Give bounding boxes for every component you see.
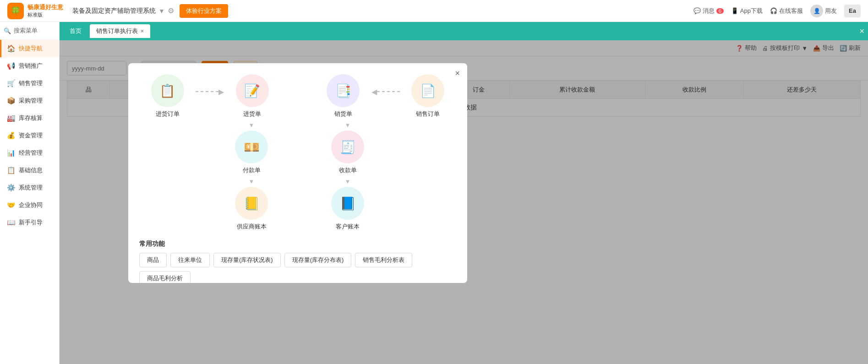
- content-wrapper: ❓ 帮助 🖨 按模板打印 ▼ 📤 导出 🔄 刷新: [60, 40, 868, 364]
- basic-icon: 📋: [7, 166, 15, 174]
- flow-chart: 📋 进货订单 ▶: [139, 74, 456, 234]
- marketing-icon: 📢: [7, 62, 15, 70]
- flow-circle-payment-bill: 💴: [235, 130, 268, 163]
- common-btn-sales-profit[interactable]: 销售毛利分析表: [355, 253, 412, 267]
- logo-subtitle: 标准版: [27, 11, 63, 18]
- sidebar-item-basic[interactable]: 📋 基础信息: [0, 162, 59, 179]
- logo-icon: 🍀: [7, 3, 24, 19]
- app-download-label: App下载: [740, 7, 763, 15]
- flow-node-customer-ledger[interactable]: 📘 客户账本: [318, 187, 377, 231]
- flow-label-purchase-bill: 进货单: [243, 110, 261, 118]
- tab-home[interactable]: 首页: [63, 24, 88, 38]
- supplier-ledger-icon: 📒: [244, 196, 260, 211]
- modal-close-button[interactable]: ×: [455, 69, 460, 78]
- sidebar-item-label-inventory: 库存核算: [19, 114, 43, 122]
- arrow-left-1: ◀: [371, 87, 400, 96]
- sidebar-item-sales[interactable]: 🛒 销售管理: [0, 75, 59, 92]
- arrow-right-1: ▶: [196, 87, 224, 96]
- sidebar-item-label-basic: 基础信息: [19, 166, 43, 174]
- flow-label-receipt-bill: 收款单: [339, 166, 357, 174]
- message-badge: 6: [716, 8, 724, 14]
- flow-circle-purchase-order: 📋: [151, 74, 184, 107]
- system-title-area: 装备及固定资产辅助管理系统 ▼ ⚙: [72, 6, 174, 15]
- message-item[interactable]: 💬 消息 6: [693, 7, 724, 15]
- customer-ledger-icon: 📘: [340, 196, 356, 211]
- content-area: 首页 销售订单执行表 × × ❓ 帮助: [60, 22, 868, 364]
- sidebar-item-label-sales: 销售管理: [19, 79, 43, 87]
- flow-node-receipt-bill[interactable]: 🧾 收款单: [318, 130, 377, 174]
- topbar-right: 💬 消息 6 📱 App下载 🎧 在线客服 👤 用友 Ea: [693, 5, 861, 17]
- user-name: 用友: [825, 7, 837, 15]
- newbie-icon: 📖: [7, 218, 15, 227]
- avatar-icon: 👤: [813, 8, 820, 14]
- common-btn-goods-profit[interactable]: 商品毛利分析: [139, 271, 191, 283]
- headset-icon: 🎧: [770, 7, 777, 14]
- receipt-bill-icon: 🧾: [340, 140, 356, 155]
- sales-order-icon: 📄: [420, 83, 436, 98]
- common-buttons-row1: 商品 往来单位 现存量(库存状况表) 现存量(库存分布表) 销售毛利分析表 商品…: [139, 253, 456, 283]
- sidebar-search-label: 搜索菜单: [14, 27, 38, 35]
- logo-title: 畅康通好生意: [27, 4, 63, 11]
- sidebar-item-finance[interactable]: 💰 资金管理: [0, 127, 59, 144]
- flow-node-sales-order[interactable]: 📄 销售订单: [400, 74, 456, 118]
- sidebar-item-system[interactable]: ⚙️ 系统管理: [0, 179, 59, 196]
- sidebar-item-quick-nav[interactable]: 🏠 快捷导航: [0, 40, 59, 57]
- sidebar-item-label-finance: 资金管理: [19, 131, 43, 140]
- online-service-item[interactable]: 🎧 在线客服: [770, 7, 803, 15]
- flow-label-payment-bill: 付款单: [243, 166, 261, 174]
- enterprise-icon: 🤝: [7, 201, 15, 209]
- sales-bill-icon: 📑: [335, 83, 351, 98]
- logo-area: 🍀 畅康通好生意 标准版: [7, 3, 67, 19]
- flow-arrows-down-row2: ▼ ▼: [139, 178, 456, 185]
- sidebar-item-newbie[interactable]: 📖 新手引导: [0, 214, 59, 231]
- flow-node-supplier-ledger[interactable]: 📒 供应商账本: [222, 187, 281, 231]
- flow-label-supplier-ledger: 供应商账本: [237, 223, 267, 231]
- sidebar-item-marketing[interactable]: 📢 营销推广: [0, 57, 59, 75]
- sidebar-item-label-marketing: 营销推广: [19, 62, 43, 70]
- flow-circle-customer-ledger: 📘: [331, 187, 364, 220]
- flow-node-purchase-bill[interactable]: 📝 进货单: [224, 74, 280, 118]
- tab-sales-exec-close[interactable]: ×: [141, 28, 144, 34]
- tab-sales-exec[interactable]: 销售订单执行表 ×: [90, 24, 150, 38]
- search-icon: 🔍: [4, 27, 11, 34]
- phone-icon: 📱: [731, 7, 738, 14]
- tab-close-all[interactable]: ×: [859, 27, 864, 36]
- sidebar-item-label-quick-nav: 快捷导航: [19, 44, 43, 53]
- flow-label-purchase-order: 进货订单: [156, 110, 180, 118]
- sidebar-search[interactable]: 🔍 搜索菜单: [0, 22, 59, 40]
- system-title-dropdown-icon[interactable]: ▼: [158, 7, 165, 15]
- user-ea-badge[interactable]: Ea: [844, 5, 861, 17]
- experience-button[interactable]: 体验行业方案: [180, 4, 228, 18]
- common-btn-goods[interactable]: 商品: [139, 253, 167, 267]
- sidebar-item-inventory[interactable]: 🏭 库存核算: [0, 109, 59, 127]
- payment-bill-icon: 💴: [244, 140, 260, 155]
- system-icon: ⚙️: [7, 184, 15, 192]
- sidebar-item-label-newbie: 新手引导: [19, 218, 43, 227]
- avatar: 👤: [810, 5, 823, 17]
- common-btn-stock-dist[interactable]: 现存量(库存分布表): [284, 253, 352, 267]
- flow-circle-receipt-bill: 🧾: [331, 130, 364, 163]
- flow-arrows-down-row: ▼ ▼: [139, 122, 456, 129]
- flow-node-purchase-order[interactable]: 📋 进货订单: [139, 74, 196, 118]
- user-item[interactable]: 👤 用友: [810, 5, 837, 17]
- settings-icon[interactable]: ⚙: [168, 6, 174, 15]
- common-btn-stock-status[interactable]: 现存量(库存状况表): [213, 253, 281, 267]
- app-download-item[interactable]: 📱 App下载: [731, 7, 763, 15]
- sidebar-item-label-operation: 经营管理: [19, 149, 43, 157]
- message-label: 消息: [703, 7, 715, 15]
- flow-label-sales-order: 销售订单: [416, 110, 440, 118]
- modal-overlay[interactable]: × 📋 进货订单: [60, 40, 868, 364]
- arrow-down-purchase: ▼: [222, 122, 281, 129]
- common-section: 常用功能 商品 往来单位 现存量(库存状况表) 现存量(库存分布表) 销售毛利分…: [139, 234, 456, 283]
- sidebar-item-label-purchase: 采购管理: [19, 97, 43, 105]
- sidebar-item-purchase[interactable]: 📦 采购管理: [0, 92, 59, 109]
- sidebar-item-operation[interactable]: 📊 经营管理: [0, 144, 59, 162]
- arrow-down-sales: ▼: [318, 122, 377, 129]
- flow-node-payment-bill[interactable]: 💴 付款单: [222, 130, 281, 174]
- sidebar-item-enterprise[interactable]: 🤝 企业协同: [0, 196, 59, 214]
- inventory-icon: 🏭: [7, 114, 15, 122]
- flow-node-sales-bill[interactable]: 📑 销货单: [315, 74, 371, 118]
- flow-circle-purchase-bill: 📝: [236, 74, 269, 107]
- common-btn-partners[interactable]: 往来单位: [170, 253, 210, 267]
- purchase-icon: 📦: [7, 97, 15, 105]
